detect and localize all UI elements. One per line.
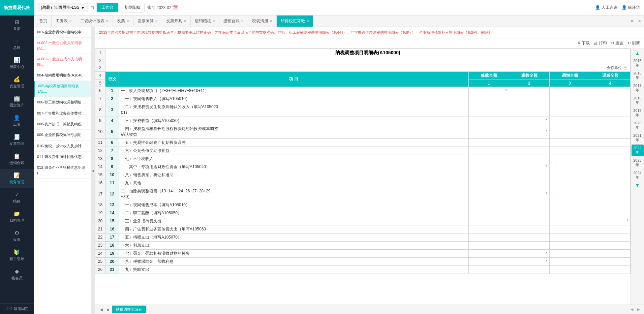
sidebar-item-close-account[interactable]: ✓ 结账 — [0, 188, 34, 207]
print-button[interactable]: 🖨 打印 — [594, 40, 607, 46]
amount-cell-4[interactable] — [590, 163, 631, 171]
tab-close-icon[interactable]: ✕ — [106, 19, 109, 23]
company-selector[interactable]: (勿删）江西股宝-LSS ▼ — [38, 3, 88, 12]
left-panel-item-010[interactable]: 010-免税、减计收入及加计... — [34, 141, 91, 152]
amount-cell-4[interactable] — [590, 233, 631, 241]
amount-cell-2[interactable] — [509, 95, 550, 103]
amount-cell-2[interactable]: * — [509, 163, 550, 171]
year-2024[interactable]: 2024年 — [632, 169, 644, 181]
amount-cell-2[interactable] — [509, 155, 550, 163]
year-2021[interactable]: 2021年 — [632, 132, 644, 144]
amount-cell-3[interactable] — [550, 95, 590, 103]
amount-cell-4[interactable] — [590, 209, 631, 217]
amount-cell-4[interactable] — [590, 155, 631, 163]
left-panel-item-004[interactable]: 004-期间费用明细表(A1040... — [34, 70, 91, 81]
year-2016[interactable]: 2016年 — [632, 70, 644, 82]
next-sheet-button[interactable]: ▶ — [105, 307, 112, 312]
amount-cell-2[interactable] — [509, 138, 550, 147]
amount-cell-3[interactable] — [550, 155, 590, 163]
tab-close-icon[interactable]: ✕ — [126, 19, 129, 23]
sidebar-item-archive[interactable]: 📁 归档管理 — [0, 207, 34, 226]
download-button[interactable]: ⬇ 下载 — [577, 40, 590, 46]
amount-cell-3[interactable] — [550, 187, 590, 201]
amount-cell-4[interactable]: * — [590, 217, 631, 225]
year-2020[interactable]: 2020年 — [632, 120, 644, 131]
amount-cell-2[interactable] — [509, 201, 550, 209]
project-cell[interactable]: （七）不征税收入 — [119, 155, 469, 163]
sidebar-item-reports[interactable]: 📊 报表中心 — [0, 54, 34, 73]
amount-cell-4[interactable] — [590, 257, 631, 265]
project-cell[interactable]: （八）税收滞纳金、加收利息 — [119, 257, 469, 265]
amount-cell-2[interactable] — [509, 233, 550, 241]
scroll-left-icon[interactable]: ◀ — [629, 307, 635, 312]
amount-cell-1[interactable] — [469, 265, 509, 274]
project-cell[interactable]: （三）投资收益（填写A105030） — [119, 117, 469, 125]
amount-cell-4[interactable] — [590, 87, 631, 95]
sidebar-item-assets[interactable]: 🏢 固定资产 — [0, 92, 34, 111]
project-cell[interactable]: （一）视同销售成本（填写A105010） — [119, 201, 469, 209]
amount-cell-1[interactable] — [469, 249, 509, 257]
tab-close-icon[interactable]: ✕ — [212, 19, 215, 23]
amount-cell-2[interactable] — [509, 225, 550, 233]
left-panel-item-012[interactable]: 012-减免企业所得税优惠明细(... — [34, 162, 91, 179]
project-cell[interactable]: （二）未按权责发生制原则确认的收入（填写A10502001） — [119, 103, 469, 117]
table-wrapper[interactable]: 1 纳税调整项目明细表(A105000) 2 3 全额单位 — [95, 49, 631, 305]
amount-cell-4[interactable] — [590, 147, 631, 155]
sidebar-item-home[interactable]: ⊞ 首页 — [0, 15, 34, 35]
amount-cell-3[interactable] — [550, 125, 590, 138]
amount-cell-1[interactable] — [469, 233, 509, 241]
project-cell[interactable]: （四）广告费和业务宣传费支出（填写A105060） — [119, 225, 469, 233]
project-cell[interactable]: （三）业务招待费支出 — [119, 217, 469, 225]
project-cell[interactable]: （八）销售折扣、折让和退回 — [119, 171, 469, 179]
project-cell[interactable]: 其中：专项用途财政性资金（填写A105040） — [119, 163, 469, 171]
amount-cell-1[interactable] — [469, 125, 509, 138]
amount-cell-4[interactable] — [590, 125, 631, 138]
refresh-button[interactable]: ↻ 刷新 — [627, 40, 640, 46]
tab-close-icon[interactable]: ✕ — [270, 19, 272, 23]
sidebar-item-ledger[interactable]: ≡ 总账 — [0, 35, 34, 54]
amount-cell-4[interactable] — [590, 265, 631, 274]
sidebar-item-purchase-sales[interactable]: 📋 进销台账 — [0, 150, 34, 169]
left-panel-item-009[interactable]: 009-企业所得税弥补亏损明... — [34, 130, 91, 140]
amount-cell-4[interactable] — [590, 103, 631, 117]
amount-cell-3[interactable] — [550, 138, 590, 147]
project-cell[interactable]: （四）按权益法核算长期股权投资对初始投资成本调整确认收益 — [119, 125, 469, 138]
amount-cell-1[interactable] — [469, 179, 509, 187]
amount-cell-1[interactable]: * — [469, 87, 509, 95]
project-cell[interactable]: （七）罚金、罚款和被没收财物的损失 — [119, 249, 469, 257]
amount-cell-2[interactable] — [509, 265, 550, 274]
unpin-button[interactable]: ◁◁ 取消固定 — [0, 303, 34, 314]
year-2015[interactable]: 2015年 — [632, 57, 644, 69]
amount-cell-4[interactable] — [590, 201, 631, 209]
year-2022[interactable]: 2022年 — [632, 145, 644, 156]
project-cell[interactable]: （六）利息支出 — [119, 241, 469, 249]
amount-cell-1[interactable] — [469, 155, 509, 163]
left-panel-item-007[interactable]: 007-广告费和业务宣传费时... — [34, 108, 91, 119]
old-version-button[interactable]: 切到旧版 — [121, 3, 145, 12]
amount-cell-1[interactable] — [469, 147, 509, 155]
amount-cell-2[interactable]: * — [509, 249, 550, 257]
tab-purchase-sales-check[interactable]: 进销稽核 ✕ — [191, 15, 219, 27]
amount-cell-3[interactable] — [550, 225, 590, 233]
sidebar-item-settings[interactable]: ⚙ 设置 — [0, 226, 34, 246]
amount-cell-4[interactable] — [590, 171, 631, 179]
amount-cell-3[interactable] — [550, 147, 590, 155]
amount-cell-2[interactable]: * — [509, 125, 550, 138]
project-cell[interactable]: 二、扣除类调整项目（13+14+...24+26+27+28+29+30） — [119, 187, 469, 201]
tab-close-active-icon[interactable]: ✕ — [306, 19, 309, 23]
amount-cell-1[interactable] — [469, 171, 509, 179]
year-2019[interactable]: 2019年 — [632, 107, 644, 119]
amount-cell-1[interactable] — [469, 103, 509, 117]
tab-invoice[interactable]: 发票 ✕ — [113, 15, 133, 27]
amount-cell-1[interactable] — [469, 187, 509, 201]
amount-cell-2[interactable] — [509, 179, 550, 187]
prev-sheet-button[interactable]: ◀ — [98, 307, 105, 312]
sidebar-item-salary[interactable]: 👤 工资 — [0, 111, 34, 130]
scroll-right-icon[interactable]: ▶ — [636, 307, 641, 312]
amount-cell-1[interactable] — [469, 163, 509, 171]
amount-cell-1[interactable] — [469, 138, 509, 147]
amount-cell-2[interactable] — [509, 171, 550, 179]
amount-cell-4[interactable] — [590, 249, 631, 257]
year-2017[interactable]: 2017年 — [632, 82, 644, 94]
amount-cell-2[interactable]: * — [509, 187, 550, 201]
